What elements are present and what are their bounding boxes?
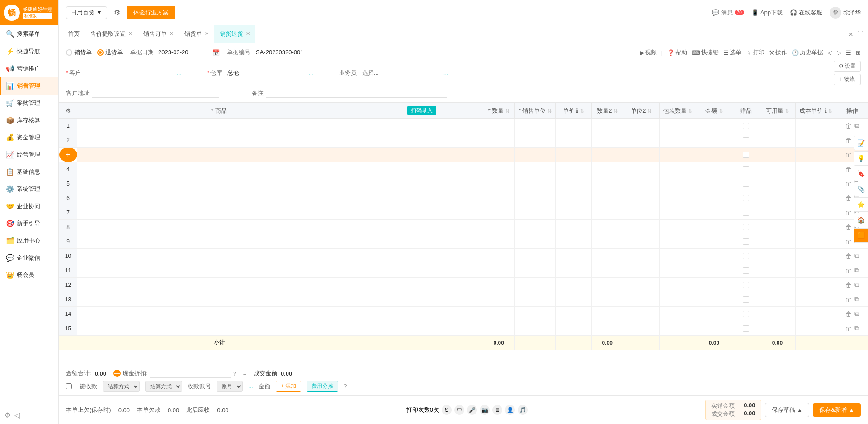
delete-row-icon[interactable]: 🗑 (845, 296, 852, 303)
status-icon-7[interactable]: 🎵 (518, 405, 528, 415)
delete-row-icon[interactable]: 🗑 (845, 122, 852, 129)
qty-sort-icon[interactable]: ⇅ (505, 108, 509, 114)
pkg-cell[interactable] (659, 119, 696, 133)
footer-help-icon[interactable]: ? (344, 383, 347, 390)
next-record-btn[interactable]: ▷ (837, 49, 841, 56)
save-new-btn[interactable]: 保存&新增 ▲ (813, 403, 861, 417)
logistics-action-btn[interactable]: + 物流 (834, 74, 861, 85)
available-cell[interactable] (760, 148, 796, 162)
delete-row-icon[interactable]: 🗑 (845, 238, 852, 245)
print-btn[interactable]: 🖨 打印 (746, 48, 764, 57)
qty-cell[interactable] (483, 119, 514, 133)
status-icon-5[interactable]: 🖥 (492, 405, 502, 415)
gift-cell[interactable] (732, 133, 760, 148)
online-support-btn[interactable]: 🎧 在线客服 (790, 9, 822, 17)
unit2-cell[interactable] (623, 119, 659, 133)
gift-checkbox[interactable] (743, 267, 749, 274)
delete-row-icon[interactable]: 🗑 (845, 224, 852, 231)
sidebar-settings-btn[interactable]: ⚙ (5, 411, 11, 419)
gift-checkbox[interactable] (743, 152, 749, 158)
amount-cell[interactable] (696, 148, 732, 162)
price-cell[interactable] (555, 119, 591, 133)
status-icon-6[interactable]: 👤 (505, 405, 515, 415)
add-row-btn[interactable]: + (63, 150, 73, 160)
sidebar-item-marketing[interactable]: 📢 营销推广 (0, 60, 58, 77)
delete-row-icon[interactable]: 🗑 (845, 325, 852, 332)
industry-select[interactable]: 日用百货 ▼ (66, 6, 107, 19)
warehouse-input[interactable] (225, 68, 306, 77)
pkg-sort-icon[interactable]: ⇅ (688, 108, 692, 114)
float-item-6[interactable]: 🏠 (854, 213, 868, 227)
warehouse-select-btn[interactable]: ... (309, 70, 314, 76)
copy-row-icon[interactable]: ⧉ (854, 252, 859, 260)
amount-cell[interactable] (696, 119, 732, 133)
gift-checkbox[interactable] (743, 137, 749, 143)
settings-gear-icon[interactable]: ⚙ (111, 6, 123, 19)
gift-checkbox[interactable] (743, 311, 749, 317)
customer-input[interactable] (84, 68, 174, 77)
sidebar-item-shortcut[interactable]: ⚡ 快捷导航 (0, 43, 58, 60)
gift-checkbox[interactable] (743, 123, 749, 129)
qty2-cell[interactable] (591, 119, 623, 133)
delete-row-icon[interactable]: 🗑 (845, 310, 852, 318)
copy-row-icon[interactable]: ⧉ (854, 267, 859, 274)
barcode-input-btn[interactable]: 扫码录入 (407, 106, 436, 115)
qty2-sort-icon[interactable]: ⇅ (613, 108, 618, 114)
sidebar-item-enterprise[interactable]: 🤝 企业协同 (0, 198, 58, 215)
history-btn[interactable]: 🕐 历史单据 (792, 48, 823, 57)
select-bill-btn[interactable]: ☰ 选单 (723, 48, 741, 57)
gift-checkbox[interactable] (743, 253, 749, 259)
gift-checkbox[interactable] (743, 224, 749, 230)
radio-return-bill[interactable]: 退货单 (97, 48, 123, 57)
price-cell[interactable] (555, 148, 591, 162)
address-input[interactable] (92, 89, 219, 98)
close-tab-btn[interactable]: ✕ (847, 30, 854, 39)
date-input[interactable] (156, 48, 211, 57)
sidebar-item-system[interactable]: ⚙️ 系统管理 (0, 181, 58, 198)
copy-row-icon[interactable]: ⧉ (854, 324, 859, 332)
float-item-2[interactable]: 💡 (854, 151, 868, 166)
float-item-7[interactable]: 🟧 (854, 228, 868, 243)
cost-price-cell[interactable] (796, 148, 836, 162)
settings-col-icon[interactable]: ⚙ (66, 107, 71, 114)
price-sort-icon[interactable]: ⇅ (580, 108, 584, 114)
expense-split-btn[interactable]: 费用分摊 (307, 381, 338, 392)
settings-action-btn[interactable]: ⚙ 设置 (834, 61, 861, 72)
unit-cell[interactable] (514, 148, 555, 162)
add-payment-btn[interactable]: + 添加 (276, 381, 301, 392)
status-icon-4[interactable]: 📷 (480, 405, 490, 415)
tab-sale-price[interactable]: 售价提取设置 ✕ (85, 25, 138, 43)
help-btn[interactable]: ❓ 帮助 (667, 48, 687, 57)
help-discount-icon[interactable]: ? (233, 370, 236, 377)
delete-row-icon[interactable]: 🗑 (845, 137, 852, 144)
account-dots-btn[interactable]: ... (248, 383, 253, 390)
remark-input[interactable] (266, 89, 447, 98)
delete-row-icon[interactable]: 🗑 (845, 209, 852, 216)
amount-sort-icon[interactable]: ⇅ (719, 108, 723, 114)
calc-method-select[interactable]: 结算方式 (103, 381, 140, 392)
status-icon-3[interactable]: 🎤 (467, 405, 477, 415)
float-item-5[interactable]: ⭐ (854, 197, 868, 212)
tab-sale-price-close[interactable]: ✕ (128, 31, 132, 37)
cost-price-cell[interactable] (796, 119, 836, 133)
delete-row-icon[interactable]: 🗑 (845, 166, 852, 173)
tab-sale-delivery[interactable]: 销货单 ✕ (179, 25, 214, 43)
delete-row-icon[interactable]: 🗑 (845, 252, 852, 260)
float-item-3[interactable]: 🔖 (854, 167, 868, 181)
product-input-cell[interactable] (77, 148, 361, 162)
delete-row-icon[interactable]: 🗑 (845, 267, 852, 274)
qty-cell[interactable] (483, 148, 514, 162)
pkg-cell[interactable] (659, 148, 696, 162)
tab-home[interactable]: 首页 (62, 25, 85, 43)
user-profile-btn[interactable]: 徐 徐泽华 (830, 7, 861, 19)
unit-sort-icon[interactable]: ⇅ (547, 108, 552, 114)
copy-row-icon[interactable]: ⧉ (854, 122, 859, 129)
price-cell[interactable] (555, 133, 591, 148)
calendar-icon[interactable]: 📅 (212, 49, 220, 56)
unit-cell[interactable] (514, 119, 555, 133)
sidebar-item-sales[interactable]: 📊 销售管理 (0, 77, 58, 95)
save-draft-btn[interactable]: 保存草稿 ▲ (765, 403, 810, 417)
cost-price-cell[interactable] (796, 133, 836, 148)
status-icon-2[interactable]: 中 (454, 405, 464, 415)
sidebar-item-finance[interactable]: 💰 资金管理 (0, 129, 58, 146)
